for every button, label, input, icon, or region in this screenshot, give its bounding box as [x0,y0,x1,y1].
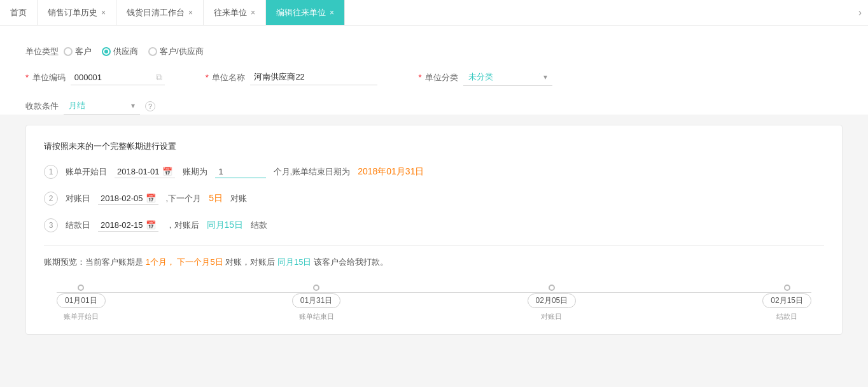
step-3-highlight: 同月15日 [207,220,244,231]
payment-terms-label: 收款条件 [25,101,59,112]
step-3-num: 3 [44,218,58,232]
step-2-label: 对账日 [66,193,90,204]
step-1-cal-icon[interactable]: 📅 [162,167,172,176]
node-3-date: 02月05日 [528,293,577,308]
node-4-date: 02月15日 [762,293,811,308]
payment-terms-help-icon[interactable]: ? [145,101,155,111]
tab-edit-partner[interactable]: 编辑往来单位 × [266,0,345,25]
step-1-period-input[interactable] [215,165,266,178]
category-chevron-icon: ▾ [543,73,547,81]
step-2-date: 2018-02-05 [101,194,143,203]
step-2-cal-icon[interactable]: 📅 [146,194,156,203]
node-1-dot [78,285,84,291]
node-1-date: 01月01日 [57,293,106,308]
tab-sales-history-close[interactable]: × [101,8,106,17]
unit-info-row: * 单位编码 ⧉ * 单位名称 * 单位分类 未分类 ▾ [25,69,843,86]
unit-code-input[interactable] [71,70,153,85]
unit-name-input[interactable] [250,70,377,85]
step-1-row: 1 账单开始日 2018-01-01 📅 账期为 个月,账单结束日期为 2018… [44,165,824,179]
preview-part2: 下一个月5日 [177,257,223,267]
node-2-date: 01月31日 [292,293,341,308]
step-3-cal-icon[interactable]: 📅 [146,220,156,230]
preview-part4: 同月15日 [277,257,311,267]
step-1-date-field: 2018-01-01 📅 [115,165,175,178]
node-3-dot [549,285,555,291]
unit-type-row: 单位类型 客户 供应商 客户/供应商 [25,34,843,57]
copy-icon[interactable]: ⧉ [153,72,165,83]
timeline-node-3: 02月05日 对账日 [528,285,577,321]
radio-customer[interactable]: 客户 [64,46,92,57]
node-1-desc: 账单开始日 [64,312,99,321]
step-2-num: 2 [44,192,58,206]
tabs-bar: 首页 销售订单历史 × 钱货日清工作台 × 往来单位 × 编辑往来单位 × › [0,0,868,25]
unit-type-label: 单位类型 [25,46,59,57]
tab-cash-ledger[interactable]: 钱货日清工作台 × [116,0,204,25]
step-1-label: 账单开始日 [66,166,107,178]
unit-name-field: * 单位名称 [206,70,378,85]
node-4-dot [784,285,790,291]
node-2-desc: 账单结束日 [299,312,334,321]
radio-customer-circle [64,47,73,56]
node-4-desc: 结款日 [776,312,797,321]
tab-sales-history[interactable]: 销售订单历史 × [38,0,116,25]
step-3-date: 2018-02-15 [101,220,143,230]
unit-code-label: * 单位编码 [25,72,66,83]
radio-customer-label: 客户 [75,46,92,57]
radio-supplier-label: 供应商 [113,46,138,57]
unit-category-value: 未分类 [468,71,540,83]
preview-part3: 对账，对账后 [225,257,275,267]
node-3-desc: 对账日 [541,312,562,321]
unit-code-field: * 单位编码 ⧉ [25,70,165,85]
payment-terms-chevron-icon: ▾ [131,101,135,110]
step-1-end-date: 2018年01月31日 [358,166,424,178]
step-3-label: 结款日 [66,220,90,231]
unit-category-field: * 单位分类 未分类 ▾ [418,69,552,86]
payment-terms-dropdown[interactable]: 月结 ▾ [64,97,140,115]
payment-terms-value: 月结 [69,100,127,111]
preview-section: 账期预览：当前客户账期是 1个月， 下一个月5日 对账，对账后 同月15日 该客… [44,245,824,321]
preview-part5: 该客户会给我打款。 [314,257,388,267]
step-1-suffix-label: 账期为 [183,166,207,178]
timeline-line [57,292,811,293]
tab-home-label: 首页 [10,7,27,18]
tab-cash-ledger-label: 钱货日清工作台 [127,7,185,18]
radio-supplier[interactable]: 供应商 [102,46,138,57]
step-2-end: 对账 [230,193,247,204]
node-2-dot [313,285,319,291]
timeline-node-4: 02月15日 结款日 [762,285,811,321]
tab-partner-units-label: 往来单位 [214,7,247,18]
step-1-num: 1 [44,165,58,179]
form-section: 单位类型 客户 供应商 客户/供应商 * 单位编码 [0,25,868,115]
step-3-row: 3 结款日 2018-02-15 📅 ，对账后 同月15日 结款 [44,218,824,232]
timeline-node-2: 01月31日 账单结束日 [292,285,341,321]
preview-part1: 1个月， [146,257,175,267]
payment-terms-row: 收款条件 月结 ▾ ? [25,97,843,115]
preview-text: 账期预览：当前客户账期是 1个月， 下一个月5日 对账，对账后 同月15日 该客… [44,255,824,269]
tab-partner-units[interactable]: 往来单位 × [204,0,266,25]
timeline-container: 01月01日 账单开始日 01月31日 账单结束日 02月05日 [44,285,824,321]
tab-edit-partner-label: 编辑往来单位 [276,7,326,18]
period-settings-section: 请按照未来的一个完整帐期进行设置 1 账单开始日 2018-01-01 📅 账期… [25,125,843,335]
unit-code-input-wrapper: ⧉ [71,70,165,85]
radio-group: 客户 供应商 客户/供应商 [64,46,204,57]
step-3-suffix: ，对账后 [166,220,199,231]
radio-cs-label: 客户/供应商 [160,46,204,57]
tab-partner-units-close[interactable]: × [251,8,255,17]
tab-cash-ledger-close[interactable]: × [188,8,193,17]
tab-edit-partner-close[interactable]: × [330,8,334,17]
radio-customer-supplier[interactable]: 客户/供应商 [148,46,204,57]
step-2-highlight: 5日 [209,193,223,204]
step-2-row: 2 对账日 2018-02-05 📅 ,下一个月 5日 对账 [44,192,824,206]
radio-cs-circle [148,47,157,56]
step-2-suffix: ,下一个月 [166,193,202,204]
step-1-date: 2018-01-01 [117,167,160,176]
radio-supplier-circle [102,47,111,56]
tab-home[interactable]: 首页 [0,0,38,25]
unit-category-dropdown[interactable]: 未分类 ▾ [463,69,552,86]
unit-category-label: * 单位分类 [418,72,458,83]
tab-sales-history-label: 销售订单历史 [48,7,97,18]
tabs-chevron[interactable]: › [852,7,868,18]
payment-terms-field: 收款条件 月结 ▾ ? [25,97,155,115]
timeline: 01月01日 账单开始日 01月31日 账单结束日 02月05日 [44,285,824,321]
step-3-date-field: 2018-02-15 📅 [98,219,158,232]
